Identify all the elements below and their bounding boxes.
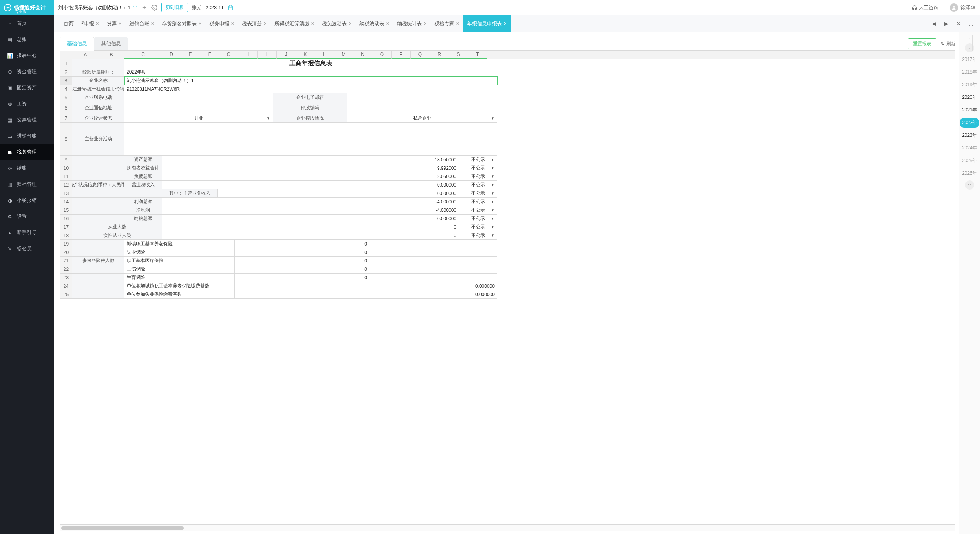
nav-item-5[interactable]: ⊜工资	[0, 96, 54, 112]
tab-prev-button[interactable]: ◀	[929, 19, 939, 28]
row-header-11[interactable]: 11	[60, 172, 72, 181]
value-main-rev[interactable]: 0.000000	[218, 189, 459, 198]
select-publish-11[interactable]: 不公示▼	[459, 172, 497, 181]
value-ins-unemp[interactable]: 0	[235, 248, 497, 257]
year-next-button[interactable]: ﹀	[965, 180, 974, 190]
cell-company-name[interactable]: 刘小艳演示账套（勿删勿动！）1	[124, 77, 497, 85]
value-ins-medical[interactable]: 0	[235, 257, 497, 265]
tab-close-icon[interactable]: ✕	[263, 21, 267, 26]
sheet-tab-basic[interactable]: 基础信息	[60, 37, 94, 51]
nav-item-12[interactable]: ⚙设置	[0, 208, 54, 224]
row-header-17[interactable]: 17	[60, 223, 72, 231]
col-header-F[interactable]: F	[200, 51, 219, 59]
tab-9[interactable]: 纳税波动表✕	[356, 15, 393, 32]
col-header-L[interactable]: L	[315, 51, 334, 59]
row-header-3[interactable]: 3	[60, 77, 72, 85]
nav-item-9[interactable]: ⊘结账	[0, 160, 54, 176]
col-header-K[interactable]: K	[296, 51, 315, 59]
col-header-M[interactable]: M	[334, 51, 353, 59]
value-owner-equity[interactable]: 9.992000	[162, 164, 459, 172]
spreadsheet-grid[interactable]: ABCDEFGHIJKLMNOPQRST 1工商年报信息表2税款所属期间：202…	[60, 50, 956, 525]
value-ins-injury[interactable]: 0	[235, 265, 497, 274]
value-ins-maternity[interactable]: 0	[235, 274, 497, 282]
select-holding[interactable]: 私营企业▼	[347, 114, 497, 123]
col-header-R[interactable]: R	[430, 51, 449, 59]
input-main-biz[interactable]	[124, 123, 497, 156]
col-header-H[interactable]: H	[238, 51, 258, 59]
tab-close-icon[interactable]: ✕	[423, 21, 427, 26]
tab-next-button[interactable]: ▶	[942, 19, 951, 28]
row-header-25[interactable]: 25	[60, 290, 72, 299]
nav-item-8[interactable]: ☗税务管理	[0, 144, 54, 160]
input-phone[interactable]	[124, 93, 273, 102]
select-publish-14[interactable]: 不公示▼	[459, 198, 497, 206]
nav-item-14[interactable]: V畅会员	[0, 241, 54, 257]
row-header-6[interactable]: 6	[60, 102, 72, 114]
sheet-tab-other[interactable]: 其他信息	[94, 37, 128, 50]
row-header-23[interactable]: 23	[60, 274, 72, 282]
col-header-S[interactable]: S	[449, 51, 468, 59]
col-header-B[interactable]: B	[98, 51, 124, 59]
year-item-2023年[interactable]: 2023年	[960, 131, 979, 140]
period-value[interactable]: 2023-11	[206, 5, 224, 10]
tab-close-icon[interactable]: ✕	[503, 21, 507, 26]
select-publish-9[interactable]: 不公示▼	[459, 156, 497, 164]
year-item-2018年[interactable]: 2018年	[960, 67, 979, 77]
value-total-profit[interactable]: -4.000000	[162, 198, 459, 206]
tab-10[interactable]: 纳税统计表✕	[393, 15, 431, 32]
select-publish-10[interactable]: 不公示▼	[459, 164, 497, 172]
col-header-E[interactable]: E	[181, 51, 200, 59]
row-header-5[interactable]: 5	[60, 93, 72, 102]
row-header-19[interactable]: 19	[60, 240, 72, 248]
tab-5[interactable]: 税务申报✕	[206, 15, 238, 32]
row-header-10[interactable]: 10	[60, 164, 72, 172]
value-total-liab[interactable]: 12.050000	[162, 172, 459, 181]
col-header-C[interactable]: C	[124, 51, 162, 59]
tab-close-icon[interactable]: ✕	[386, 21, 389, 26]
tab-close-icon[interactable]: ✕	[456, 21, 459, 26]
select-publish-16[interactable]: 不公示▼	[459, 215, 497, 223]
tab-close-icon[interactable]: ✕	[311, 21, 314, 26]
row-header-12[interactable]: 12	[60, 181, 72, 189]
input-address[interactable]	[124, 102, 273, 114]
account-settings-button[interactable]	[151, 5, 157, 11]
row-header-15[interactable]: 15	[60, 206, 72, 215]
tab-8[interactable]: 税负波动表✕	[318, 15, 356, 32]
tab-close-icon[interactable]: ✕	[118, 21, 122, 26]
fullscreen-button[interactable]: ⛶	[966, 19, 975, 28]
tab-6[interactable]: 税表清册✕	[238, 15, 271, 32]
col-header-T[interactable]: T	[468, 51, 487, 59]
value-ins-pension[interactable]: 0	[235, 240, 497, 248]
value-tax-total[interactable]: 0.000000	[162, 215, 459, 223]
nav-item-11[interactable]: ◑小畅报销	[0, 192, 54, 208]
value-total-assets[interactable]: 18.050000	[162, 156, 459, 164]
col-header-N[interactable]: N	[353, 51, 372, 59]
year-item-2022年[interactable]: 2022年	[960, 118, 979, 128]
nav-item-1[interactable]: ▤总账	[0, 31, 54, 48]
select-biz-status[interactable]: 开业▼	[124, 114, 273, 123]
tab-0[interactable]: 首页	[60, 15, 77, 32]
nav-item-7[interactable]: ▭进销台账	[0, 128, 54, 144]
row-header-8[interactable]: 8	[60, 123, 72, 156]
col-header-O[interactable]: O	[372, 51, 392, 59]
account-selector[interactable]: 刘小艳演示账套（勿删勿动！）1 ﹀	[58, 4, 137, 11]
tab-7[interactable]: 所得税汇算清缴✕	[271, 15, 318, 32]
row-header-14[interactable]: 14	[60, 198, 72, 206]
add-account-button[interactable]: ＋	[141, 3, 147, 11]
nav-item-3[interactable]: ⊕资金管理	[0, 64, 54, 80]
input-email[interactable]	[347, 93, 497, 102]
tab-close-icon[interactable]: ✕	[348, 21, 352, 26]
col-header-I[interactable]: I	[258, 51, 277, 59]
tab-11[interactable]: 税检专家✕	[431, 15, 463, 32]
refresh-button[interactable]: ↻ 刷新	[941, 41, 956, 47]
col-header-D[interactable]: D	[162, 51, 181, 59]
year-item-2019年[interactable]: 2019年	[960, 80, 979, 90]
horizontal-scrollbar[interactable]	[60, 525, 956, 531]
row-header-16[interactable]: 16	[60, 215, 72, 223]
row-header-9[interactable]: 9	[60, 156, 72, 164]
nav-item-13[interactable]: ▸新手引导	[0, 224, 54, 241]
row-header-13[interactable]: 13	[60, 189, 72, 198]
nav-item-2[interactable]: 📊报表中心	[0, 48, 54, 64]
value-ins-base-pension[interactable]: 0.000000	[235, 282, 497, 290]
col-header-G[interactable]: G	[219, 51, 238, 59]
